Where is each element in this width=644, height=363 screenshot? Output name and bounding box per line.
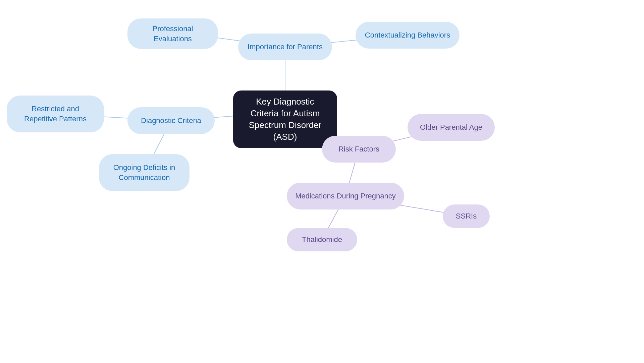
node-label-thalidomide: Thalidomide bbox=[302, 235, 342, 245]
node-medications_during_pregnancy[interactable]: Medications During Pregnancy bbox=[287, 183, 404, 209]
node-label-diagnostic_criteria: Diagnostic Criteria bbox=[141, 116, 201, 126]
node-restricted_repetitive[interactable]: Restricted and Repetitive Patterns bbox=[7, 96, 104, 132]
node-importance_for_parents[interactable]: Importance for Parents bbox=[238, 34, 332, 60]
node-label-restricted_repetitive: Restricted and Repetitive Patterns bbox=[15, 104, 96, 124]
node-label-medications_during_pregnancy: Medications During Pregnancy bbox=[295, 191, 396, 201]
node-ongoing_deficits[interactable]: Ongoing Deficits in Communication bbox=[99, 154, 190, 191]
node-label-center: Key Diagnostic Criteria for Autism Spect… bbox=[241, 96, 329, 143]
node-diagnostic_criteria[interactable]: Diagnostic Criteria bbox=[127, 107, 215, 134]
node-label-professional_evaluations: Professional Evaluations bbox=[136, 24, 210, 44]
node-professional_evaluations[interactable]: Professional Evaluations bbox=[127, 18, 218, 49]
node-label-importance_for_parents: Importance for Parents bbox=[248, 42, 323, 52]
node-risk_factors[interactable]: Risk Factors bbox=[322, 136, 396, 163]
node-contextualizing_behaviors[interactable]: Contextualizing Behaviors bbox=[356, 22, 460, 49]
node-ssris[interactable]: SSRIs bbox=[443, 204, 490, 228]
node-center[interactable]: Key Diagnostic Criteria for Autism Spect… bbox=[233, 90, 337, 148]
node-label-older_parental_age: Older Parental Age bbox=[420, 122, 482, 132]
node-label-contextualizing_behaviors: Contextualizing Behaviors bbox=[365, 30, 450, 40]
node-label-ssris: SSRIs bbox=[456, 211, 477, 221]
node-thalidomide[interactable]: Thalidomide bbox=[287, 228, 357, 251]
node-older_parental_age[interactable]: Older Parental Age bbox=[408, 114, 495, 141]
node-label-ongoing_deficits: Ongoing Deficits in Communication bbox=[107, 163, 181, 182]
node-label-risk_factors: Risk Factors bbox=[338, 144, 379, 154]
